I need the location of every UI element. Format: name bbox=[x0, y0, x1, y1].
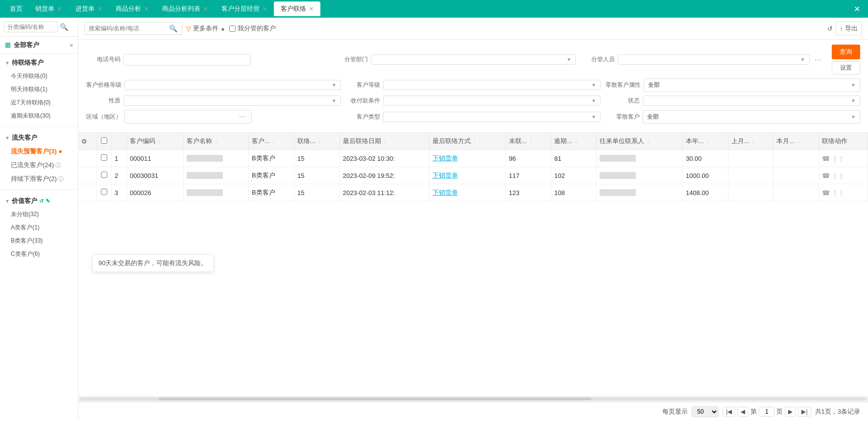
tab-analysis-close[interactable]: ✕ bbox=[144, 6, 148, 12]
more-conditions-button[interactable]: ▽ 更多条件 ▲ bbox=[186, 24, 225, 33]
next-page-button[interactable]: ▶ bbox=[785, 407, 796, 417]
sidebar-item-overdue[interactable]: 逾期未联络(30) bbox=[0, 109, 78, 123]
col-contact[interactable]: 联络... ↕ bbox=[294, 133, 340, 150]
dept-select[interactable]: ▼ bbox=[371, 54, 576, 65]
select-all-checkbox[interactable] bbox=[101, 137, 107, 144]
first-page-button[interactable]: |◀ bbox=[723, 407, 735, 417]
sidebar-item-class-a[interactable]: A类客户(1) bbox=[0, 221, 78, 234]
sidebar-item-churn-lost[interactable]: 已流失客户(24) ⓘ bbox=[0, 158, 78, 172]
tab-customer-link-close[interactable]: ✕ bbox=[309, 6, 313, 12]
sidebar-all-customers[interactable]: ⊞ 全部客户 « bbox=[0, 37, 78, 54]
region-more-icon[interactable]: ··· bbox=[237, 112, 247, 121]
col-last-month[interactable]: 上月... ↕ bbox=[728, 133, 773, 150]
sidebar-item-class-c[interactable]: C类客户(6) bbox=[0, 248, 78, 261]
retail-attr-select[interactable]: 全部 ▼ bbox=[644, 78, 860, 92]
sidebar-churn-title[interactable]: ▼ 流失客户 bbox=[0, 131, 78, 145]
prev-page-button[interactable]: ◀ bbox=[737, 407, 748, 417]
sidebar-item-ungrouped[interactable]: 未分组(32) bbox=[0, 208, 78, 221]
tab-analysis-list-close[interactable]: ✕ bbox=[203, 6, 208, 12]
sidebar-collapse-icon[interactable]: « bbox=[70, 42, 73, 49]
tab-sales[interactable]: 销货单 ✕ bbox=[28, 1, 69, 16]
refresh-icon[interactable]: ↺ bbox=[827, 25, 833, 32]
row2-more-icon[interactable]: ⋮⋮ bbox=[832, 172, 844, 179]
search-input[interactable] bbox=[89, 25, 167, 32]
table-settings-gear-icon[interactable]: ⚙ bbox=[81, 138, 87, 145]
person-select[interactable]: ▼ bbox=[618, 54, 809, 65]
sidebar-item-tomorrow[interactable]: 明天待联络(1) bbox=[0, 83, 78, 96]
tab-customer-link[interactable]: 客户联络 ✕ bbox=[274, 1, 320, 16]
search-icon[interactable]: 🔍 bbox=[169, 25, 177, 32]
tab-customer-tier-close[interactable]: ✕ bbox=[263, 6, 267, 12]
window-close-button[interactable]: ✕ bbox=[850, 2, 864, 16]
row1-unit-contact: ████████ bbox=[597, 150, 683, 167]
row1-select-checkbox[interactable] bbox=[101, 154, 107, 161]
filter-panel: 电话号码 分管部门 ▼ 分管人员 ▼ ··· bbox=[78, 40, 868, 133]
sidebar-pending-title[interactable]: ▼ 待联络客户 bbox=[0, 56, 78, 70]
col-code[interactable]: 客户编码 ↕ bbox=[127, 133, 184, 150]
sidebar-item-class-b[interactable]: B类客户(33) bbox=[0, 234, 78, 248]
customer-type-select[interactable]: ▼ bbox=[383, 112, 601, 122]
export-button[interactable]: ↑ 导出 bbox=[836, 22, 863, 35]
page-input[interactable] bbox=[759, 407, 774, 417]
churn-decrease-info-icon[interactable]: ⓘ bbox=[58, 176, 64, 182]
price-grade-select[interactable]: ▼ bbox=[124, 80, 341, 90]
col-last-contact-method[interactable]: 最后联络方式 ↕ bbox=[429, 133, 506, 150]
last-page-button[interactable]: ▶| bbox=[798, 407, 811, 417]
tab-analysis[interactable]: 商品分析 ✕ bbox=[109, 1, 155, 16]
col-unit-contact[interactable]: 往来单位联系人 ↕ bbox=[597, 133, 683, 150]
row2-contact-icon[interactable]: ☎ bbox=[822, 172, 830, 179]
person-more-icon[interactable]: ··· bbox=[813, 55, 823, 64]
query-button[interactable]: 查询 bbox=[832, 45, 860, 59]
col-type[interactable]: 客户... ↕ bbox=[249, 133, 294, 150]
sidebar-search-input[interactable] bbox=[4, 22, 58, 32]
sidebar-value-title[interactable]: ▼ 价值客户 ↺ ✎ bbox=[0, 194, 78, 208]
tab-purchase[interactable]: 进货单 ✕ bbox=[69, 1, 109, 16]
row1-more-icon[interactable]: ⋮⋮ bbox=[832, 155, 844, 162]
row3-contact-icon[interactable]: ☎ bbox=[822, 189, 830, 197]
filter-group-status: 状态 ▼ bbox=[605, 96, 860, 106]
tab-analysis-list[interactable]: 商品分析列表 ✕ bbox=[155, 1, 215, 16]
row3-more-icon[interactable]: ⋮⋮ bbox=[832, 189, 844, 197]
sidebar-search-icon[interactable]: 🔍 bbox=[60, 23, 68, 31]
sidebar-item-week[interactable]: 近7天待联络(0) bbox=[0, 96, 78, 109]
filter-row-4: 区域（地区） ··· 客户类型 ▼ 零散客户 全部 bbox=[86, 110, 860, 124]
col-name[interactable]: 客户名称 ↕ bbox=[184, 133, 249, 150]
customer-grade-label: 客户等级 bbox=[346, 81, 380, 89]
row1-contact-method-link[interactable]: 下销货单 bbox=[433, 154, 458, 162]
tab-customer-tier[interactable]: 客户分层经营 ✕ bbox=[215, 1, 274, 16]
col-uncontacted[interactable]: 未联... ↕ bbox=[506, 133, 551, 150]
col-this-month[interactable]: 本月... ↕ bbox=[773, 133, 819, 150]
tab-purchase-close[interactable]: ✕ bbox=[97, 6, 102, 12]
settings-button[interactable]: 设置 bbox=[832, 61, 860, 74]
row3-contact-method-link[interactable]: 下销货单 bbox=[433, 189, 458, 196]
phone-input[interactable] bbox=[123, 54, 251, 66]
my-customers-checkbox[interactable] bbox=[229, 25, 236, 32]
col-last-contact-date[interactable]: 最后联络日期 ↕ bbox=[339, 133, 429, 150]
tab-home[interactable]: 首页 bbox=[4, 1, 28, 16]
status-select[interactable]: ▼ bbox=[643, 96, 860, 106]
retail-customer-select[interactable]: 全部 ▼ bbox=[643, 110, 860, 124]
col-overdue[interactable]: 逾期... ↕ bbox=[551, 133, 597, 150]
value-edit-icon[interactable]: ✎ bbox=[46, 198, 50, 204]
payment-select[interactable]: ▼ bbox=[383, 96, 601, 106]
sidebar-item-churn-decrease[interactable]: 持续下滑客户(2) ⓘ bbox=[0, 172, 78, 186]
sidebar-item-churn-predict[interactable]: 流失预警客户(3) ● bbox=[0, 145, 78, 158]
my-customers-checkbox-label[interactable]: 我分管的客户 bbox=[229, 24, 276, 33]
value-refresh-icon[interactable]: ↺ bbox=[39, 198, 44, 204]
tab-sales-close[interactable]: ✕ bbox=[57, 6, 62, 12]
gender-select[interactable]: ▼ bbox=[123, 96, 341, 106]
per-page-select[interactable]: 50 100 200 bbox=[692, 406, 719, 417]
row2-select-checkbox[interactable] bbox=[101, 172, 107, 178]
churn-lost-info-icon[interactable]: ⓘ bbox=[55, 162, 61, 168]
row1-contact-icon[interactable]: ☎ bbox=[822, 155, 830, 162]
sidebar-item-today[interactable]: 今天待联络(0) bbox=[0, 70, 78, 83]
horizontal-scrollbar[interactable] bbox=[78, 396, 868, 402]
customer-type-label: 客户类型 bbox=[346, 113, 380, 121]
col-this-year[interactable]: 本年... ↕ bbox=[682, 133, 728, 150]
row3-select-checkbox[interactable] bbox=[101, 189, 107, 195]
scrollbar-thumb[interactable] bbox=[159, 397, 591, 400]
sidebar-churn-section: ▼ 流失客户 流失预警客户(3) ● 已流失客户(24) ⓘ 持续下滑客户(2)… bbox=[0, 129, 78, 188]
row2-contact-method-link[interactable]: 下销货单 bbox=[433, 172, 458, 179]
customer-grade-select[interactable]: ▼ bbox=[383, 80, 601, 90]
region-select[interactable]: ··· bbox=[124, 110, 252, 124]
